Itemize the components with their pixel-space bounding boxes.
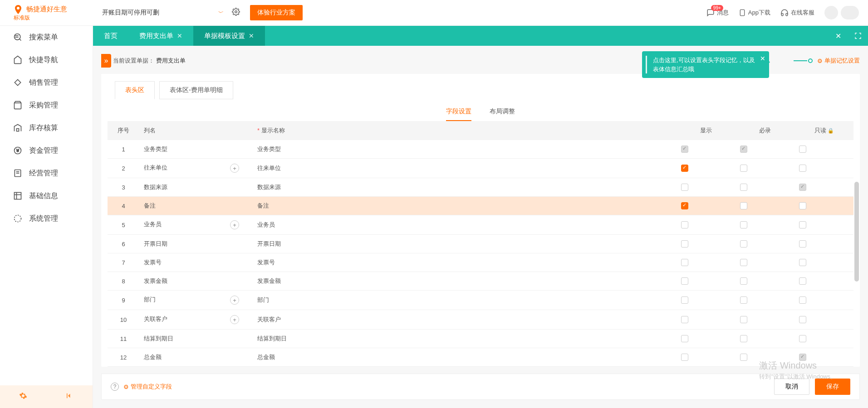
close-icon[interactable]: ✕	[249, 32, 254, 39]
sidebar-item-quicknav[interactable]: 快捷导航	[0, 49, 93, 71]
table-row[interactable]: 12 总金额 总金额	[108, 348, 853, 367]
sidebar-item-sales[interactable]: 销售管理	[0, 71, 93, 94]
footer-collapse-icon[interactable]	[65, 392, 74, 402]
memory-settings-link[interactable]: ⚙ 单据记忆设置	[794, 57, 860, 65]
sidebar-item-basic[interactable]: 基础信息	[0, 185, 93, 207]
table-row[interactable]: 11 结算到期日 结算到期日	[108, 330, 853, 348]
sidebar-item-funds[interactable]: ¥资金管理	[0, 139, 93, 162]
checkbox[interactable]	[799, 240, 806, 248]
industry-plan-button[interactable]: 体验行业方案	[250, 5, 303, 20]
table-row[interactable]: 8 发票金额 发票金额	[108, 272, 853, 291]
avatar-small[interactable]	[824, 6, 838, 19]
checkbox[interactable]	[681, 296, 688, 304]
sidebar-item-system[interactable]: 系统管理	[0, 207, 93, 230]
tab-expense[interactable]: 费用支出单✕	[128, 26, 193, 46]
help-icon[interactable]: ?	[111, 383, 119, 391]
cancel-button[interactable]: 取消	[774, 379, 809, 395]
checkbox[interactable]	[799, 146, 806, 153]
cell-readonly	[794, 235, 853, 253]
checkbox[interactable]	[799, 277, 806, 285]
cell-display[interactable]: 结算到期日	[253, 330, 677, 348]
checkbox[interactable]	[799, 165, 806, 172]
close-all-tabs-icon[interactable]: ✕	[828, 26, 848, 46]
checkbox[interactable]	[740, 316, 747, 323]
sidebar-item-inventory[interactable]: 库存核算	[0, 117, 93, 139]
checkbox[interactable]	[740, 165, 747, 172]
checkbox[interactable]	[681, 259, 688, 266]
checkbox[interactable]	[681, 335, 688, 342]
checkbox[interactable]	[681, 221, 688, 228]
add-field-icon[interactable]: +	[230, 220, 239, 229]
checkbox[interactable]	[740, 354, 747, 361]
table-row[interactable]: 3 数据来源 数据来源	[108, 178, 853, 197]
table-row[interactable]: 2 往来单位+ 往来单位	[108, 159, 853, 178]
sidebar-item-operations[interactable]: 经营管理	[0, 162, 93, 185]
checkbox[interactable]	[799, 335, 806, 342]
checkbox[interactable]	[740, 184, 747, 191]
checkbox[interactable]	[681, 277, 688, 285]
table-row[interactable]: 7 发票号 发票号	[108, 253, 853, 272]
cell-display[interactable]: 发票金额	[253, 272, 677, 291]
cell-display[interactable]: 部门	[253, 291, 677, 310]
messages-link[interactable]: 99+ 消息	[706, 9, 729, 17]
checkbox[interactable]	[681, 354, 688, 361]
cell-display[interactable]: 数据来源	[253, 178, 677, 197]
tab-home[interactable]: 首页	[93, 26, 128, 46]
sub-tab-field[interactable]: 字段设置	[446, 107, 471, 121]
checkbox[interactable]	[799, 296, 806, 304]
customer-service-link[interactable]: 在线客服	[780, 9, 814, 17]
cell-display[interactable]: 业务类型	[253, 140, 677, 159]
checkbox[interactable]	[799, 259, 806, 266]
cell-show	[677, 197, 736, 215]
checkbox[interactable]	[740, 335, 747, 342]
checkbox[interactable]	[681, 240, 688, 248]
close-icon[interactable]: ✕	[177, 32, 182, 39]
checkbox[interactable]	[740, 259, 747, 266]
scrollbar[interactable]	[854, 182, 859, 282]
sub-tab-layout[interactable]: 布局调整	[490, 107, 515, 121]
checkbox[interactable]	[740, 240, 747, 248]
table-row[interactable]: 4 备注 备注	[108, 197, 853, 215]
checkbox[interactable]	[681, 165, 688, 172]
app-download-link[interactable]: App下载	[739, 9, 770, 17]
cell-display[interactable]: 关联客户	[253, 310, 677, 330]
save-button[interactable]: 保存	[815, 379, 850, 395]
add-field-icon[interactable]: +	[230, 296, 239, 305]
checkbox[interactable]	[740, 277, 747, 285]
sidebar-item-purchase[interactable]: 采购管理	[0, 94, 93, 117]
settings-icon[interactable]	[232, 8, 240, 18]
cell-display[interactable]: 往来单位	[253, 159, 677, 178]
tab-template-settings[interactable]: 单据模板设置✕	[193, 26, 265, 46]
sidebar-item-search[interactable]: 搜索菜单	[0, 26, 93, 49]
add-field-icon[interactable]: +	[230, 315, 239, 324]
table-row[interactable]: 6 开票日期 开票日期	[108, 235, 853, 253]
checkbox[interactable]	[740, 221, 747, 228]
region-tab-body[interactable]: 表体区-费用单明细	[159, 81, 233, 99]
expand-handle-icon[interactable]: »	[101, 54, 111, 68]
checkbox[interactable]	[681, 202, 688, 209]
table-row[interactable]: 9 部门+ 部门	[108, 291, 853, 310]
checkbox[interactable]	[799, 221, 806, 228]
table-row[interactable]: 10 关联客户+ 关联客户	[108, 310, 853, 330]
manage-custom-fields-link[interactable]: ⚙ 管理自定义字段	[123, 383, 172, 391]
cell-display[interactable]: 总金额	[253, 348, 677, 367]
checkbox[interactable]	[681, 316, 688, 323]
checkbox[interactable]	[740, 296, 747, 304]
checkbox[interactable]	[740, 202, 747, 209]
fullscreen-icon[interactable]	[848, 26, 868, 46]
add-field-icon[interactable]: +	[230, 164, 239, 173]
cell-display[interactable]: 业务员	[253, 215, 677, 235]
table-row[interactable]: 1 业务类型 业务类型	[108, 140, 853, 159]
checkbox[interactable]	[681, 184, 688, 191]
region-tab-header[interactable]: 表头区	[115, 81, 155, 99]
account-period-dropdown[interactable]: 开账日期可停用可删 ﹀	[102, 9, 224, 17]
checkbox[interactable]	[799, 202, 806, 209]
cell-display[interactable]: 发票号	[253, 253, 677, 272]
footer-gear-icon[interactable]	[19, 392, 27, 402]
checkbox[interactable]	[799, 316, 806, 323]
cell-display[interactable]: 备注	[253, 197, 677, 215]
cell-display[interactable]: 开票日期	[253, 235, 677, 253]
avatar-wide[interactable]	[841, 6, 859, 19]
tooltip-close-icon[interactable]: ✕	[760, 54, 765, 63]
table-row[interactable]: 5 业务员+ 业务员	[108, 215, 853, 235]
